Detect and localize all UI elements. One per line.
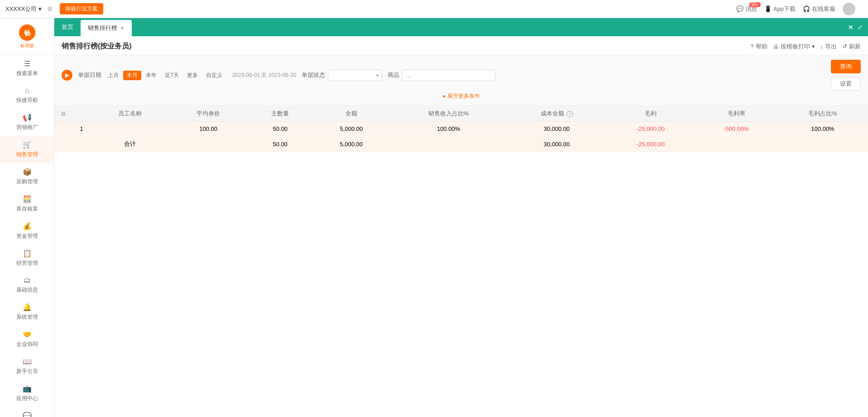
cell-employee: [91, 122, 169, 136]
cell-gross-rate: -500.00%: [695, 122, 777, 136]
footer-cost: 30,000.00: [507, 136, 606, 152]
export-icon: ↓: [820, 43, 824, 50]
expand-label: 展开更多条件: [447, 92, 480, 100]
goods-input[interactable]: [402, 70, 495, 81]
date-filter-label: 单据日期: [78, 71, 101, 79]
sidebar-item-purchase[interactable]: 📦 采购管理: [0, 163, 54, 190]
sidebar-item-label: 基础信息: [16, 286, 38, 294]
print-button[interactable]: 🖨 按模板打印 ▾: [773, 43, 815, 51]
logo-icon: 畅: [18, 24, 36, 42]
app-icon: 📱: [764, 5, 772, 12]
th-sales-ratio: 销售收入占比%: [390, 106, 507, 122]
export-button[interactable]: ↓ 导出: [820, 43, 837, 51]
cell-gross: -25,000.00: [606, 122, 695, 136]
filter-row: ▶ 单据日期 上月本月本年近7天更多自定义 2023-06-01 至 2023-…: [62, 60, 861, 91]
sidebar: 畅 标准版 ☰ 搜索菜单 ⌂ 快捷导航 📢 营销推广 🛒 销售管理 📦 采购管理…: [0, 18, 54, 417]
tab-right-controls: ✕ ⤢: [848, 23, 868, 32]
window-expand-icon[interactable]: ⤢: [857, 24, 863, 31]
filter-status: 单据状态: [302, 70, 382, 81]
filter-collapse-arrow[interactable]: ▶: [62, 70, 72, 81]
tab-close-icon[interactable]: ✕: [120, 25, 125, 31]
cell-amount: 5,000.00: [313, 122, 390, 136]
status-select[interactable]: [328, 70, 382, 81]
app-label: App下载: [773, 5, 796, 13]
sidebar-item-sales[interactable]: 🛒 销售管理: [0, 136, 54, 163]
print-label: 按模板打印: [781, 43, 810, 51]
sidebar-item-label: 企业协同: [16, 340, 38, 348]
cell-rank: 1: [72, 122, 91, 136]
sidebar-item-beginner[interactable]: 📖 新手引导: [0, 353, 54, 380]
date-tab-本年[interactable]: 本年: [142, 71, 160, 80]
cell-avg-price: 100.00: [169, 122, 247, 136]
date-tab-更多[interactable]: 更多: [183, 71, 201, 80]
refresh-icon: ↺: [842, 43, 847, 50]
tab-sales-ranking[interactable]: 销售排行榜 ✕: [81, 20, 132, 36]
company-selector[interactable]: XXXXX公司 ▾: [5, 5, 42, 13]
operations-icon: 📋: [23, 249, 32, 258]
date-tab-近7天[interactable]: 近7天: [161, 71, 182, 80]
footer-gross-ratio: [777, 136, 868, 152]
topbar-right: 💬 消息 99+ 📱 App下载 🎧 在线客服: [736, 3, 863, 15]
sidebar-item-search-order[interactable]: ☰ 搜索菜单: [0, 55, 54, 82]
footer-qty: 50.00: [248, 136, 313, 152]
avatar[interactable]: [843, 3, 855, 15]
cell-qty: 50.00: [248, 122, 313, 136]
help-button[interactable]: ? 帮助: [750, 43, 767, 51]
beginner-icon: 📖: [23, 357, 32, 366]
online-service-button[interactable]: 🎧 在线客服: [803, 5, 835, 13]
sidebar-item-enterprise-collab[interactable]: 🤝 企业协同: [0, 326, 54, 353]
refresh-button[interactable]: ↺ 刷新: [842, 43, 861, 51]
expand-more-button[interactable]: ▾ 展开更多条件: [443, 92, 480, 100]
table-footer: 合计 50.00 5,000.00 30,000.00 -25,000.00: [54, 136, 868, 152]
page-header: 销售排行榜(按业务员) ? 帮助 🖨 按模板打印 ▾ ↓ 导出: [54, 36, 868, 55]
print-icon: 🖨: [773, 43, 779, 50]
sales-icon: 🛒: [23, 140, 32, 149]
inventory-icon: 🧮: [23, 195, 32, 203]
message-button[interactable]: 💬 消息 99+: [736, 5, 757, 13]
topbar: XXXXX公司 ▾ ⚙ 体验行业方案 💬 消息 99+ 📱 App下载 🎧 在线…: [0, 0, 868, 18]
sidebar-item-marketing[interactable]: 📢 营销推广: [0, 109, 54, 136]
window-close-icon[interactable]: ✕: [848, 23, 854, 32]
sidebar-item-quick-nav[interactable]: ⌂ 快捷导航: [0, 82, 54, 109]
sidebar-item-basic-info[interactable]: 🗂 基础信息: [0, 272, 54, 298]
date-tab-本月[interactable]: 本月: [123, 71, 141, 80]
sidebar-item-label: 经营管理: [16, 259, 38, 267]
sidebar-item-system[interactable]: 🔔 系统管理: [0, 298, 54, 326]
tab-home[interactable]: 首页: [54, 18, 81, 36]
settings-icon[interactable]: ⚙: [47, 5, 53, 12]
sales-ranking-table: ⚙ 员工名称 平均单价 主数量 全额 销售收入占比% 成本全额 i 毛利: [54, 106, 868, 152]
filter-area: ▶ 单据日期 上月本月本年近7天更多自定义 2023-06-01 至 2023-…: [54, 55, 868, 106]
query-button[interactable]: 查询: [831, 60, 861, 73]
th-settings[interactable]: ⚙: [54, 106, 72, 122]
svg-text:畅: 畅: [24, 29, 30, 37]
help-label: 帮助: [756, 43, 767, 51]
trial-button[interactable]: 体验行业方案: [60, 3, 103, 14]
date-tab-上月[interactable]: 上月: [104, 71, 122, 80]
sidebar-item-enterprise-wechat[interactable]: 💬 企业微信: [0, 407, 54, 417]
sidebar-item-label: 系统管理: [16, 313, 38, 321]
table-wrap: ⚙ 员工名称 平均单价 主数量 全额 销售收入占比% 成本全额 i 毛利: [54, 106, 868, 417]
app-download-button[interactable]: 📱 App下载: [764, 5, 796, 13]
date-tab-自定义[interactable]: 自定义: [202, 71, 226, 80]
th-gross-ratio: 毛利占比%: [777, 106, 868, 122]
basic-info-icon: 🗂: [24, 276, 31, 284]
column-settings-button[interactable]: 设置: [831, 77, 861, 91]
footer-gross-rate: [695, 136, 777, 152]
sidebar-item-inventory[interactable]: 🧮 库存核算: [0, 190, 54, 217]
cost-info-icon[interactable]: i: [566, 111, 573, 117]
sidebar-item-app-center[interactable]: 📺 应用中心: [0, 380, 54, 407]
sidebar-item-label: 营销推广: [16, 124, 38, 131]
filter-expand-row: ▾ 展开更多条件: [62, 91, 861, 101]
table-header: ⚙ 员工名称 平均单价 主数量 全额 销售收入占比% 成本全额 i 毛利: [54, 106, 868, 122]
sidebar-logo: 畅 标准版: [0, 18, 54, 55]
footer-gross: -25,000.00: [606, 136, 695, 152]
service-icon: 🎧: [803, 5, 810, 12]
table-footer-row: 合计 50.00 5,000.00 30,000.00 -25,000.00: [54, 136, 868, 152]
sidebar-item-finance[interactable]: 💰 资金管理: [0, 217, 54, 244]
th-avg-price: 平均单价: [169, 106, 247, 122]
status-select-wrap: [328, 70, 382, 81]
tabs-bar: 首页 销售排行榜 ✕ ✕ ⤢: [54, 18, 868, 36]
sidebar-item-operations[interactable]: 📋 经营管理: [0, 244, 54, 272]
sidebar-item-label: 新手引导: [16, 368, 38, 375]
company-dropdown-icon: ▾: [38, 5, 42, 12]
